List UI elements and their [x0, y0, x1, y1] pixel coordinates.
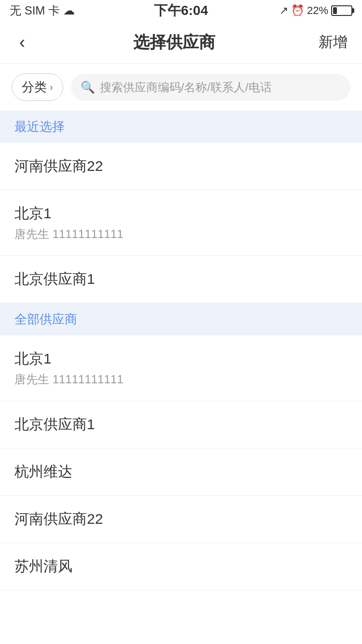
item-sub: 唐先生 11111111111 [14, 226, 348, 242]
item-sub: 唐先生 11111111111 [14, 372, 348, 387]
location-icon: ↗ [279, 4, 288, 17]
search-box[interactable]: 🔍 搜索供应商编码/名称/联系人/电话 [71, 74, 350, 101]
item-name: 苏州清风 [14, 557, 348, 576]
item-name: 北京1 [14, 204, 348, 224]
filter-bar: 分类 › 🔍 搜索供应商编码/名称/联系人/电话 [0, 64, 362, 111]
sections-container: 最近选择河南供应商22北京1唐先生 11111111111北京供应商1全部供应商… [0, 111, 362, 590]
add-button[interactable]: 新增 [319, 32, 348, 52]
back-button[interactable]: ‹ [14, 28, 30, 57]
item-name: 杭州维达 [14, 462, 348, 482]
status-bar: 无 SIM 卡 ☁ 下午6:04 ↗ ⏰ 22% [0, 0, 362, 21]
battery-icon [331, 5, 352, 16]
list-item[interactable]: 河南供应商22 [0, 143, 362, 190]
status-time: 下午6:04 [154, 1, 208, 20]
list-item[interactable]: 北京供应商1 [0, 401, 362, 448]
chevron-right-icon: › [50, 82, 53, 93]
page-title: 选择供应商 [133, 31, 215, 54]
list-item[interactable]: 河南供应商22 [0, 496, 362, 543]
search-placeholder: 搜索供应商编码/名称/联系人/电话 [100, 80, 272, 95]
list-item[interactable]: 北京供应商1 [0, 256, 362, 303]
item-name: 北京供应商1 [14, 269, 348, 289]
alarm-icon: ⏰ [291, 4, 304, 17]
list-item[interactable]: 杭州维达 [0, 448, 362, 496]
category-filter[interactable]: 分类 › [12, 73, 63, 101]
section-header-all: 全部供应商 [0, 303, 362, 336]
search-icon: 🔍 [81, 81, 95, 94]
item-name: 河南供应商22 [14, 156, 348, 176]
list-item[interactable]: 北京1唐先生 11111111111 [0, 336, 362, 401]
category-label: 分类 [22, 79, 47, 96]
list-item[interactable]: 苏州清风 [0, 543, 362, 590]
battery-pct: 22% [307, 4, 328, 17]
section-header-recent: 最近选择 [0, 111, 362, 143]
nav-bar: ‹ 选择供应商 新增 [0, 21, 362, 64]
status-left: 无 SIM 卡 ☁ [10, 3, 75, 18]
item-name: 河南供应商22 [14, 509, 348, 529]
status-right: ↗ ⏰ 22% [279, 4, 352, 17]
item-name: 北京供应商1 [14, 415, 348, 434]
list-item[interactable]: 北京1唐先生 11111111111 [0, 190, 362, 256]
sim-status: 无 SIM 卡 ☁ [10, 3, 75, 18]
item-name: 北京1 [14, 349, 348, 369]
